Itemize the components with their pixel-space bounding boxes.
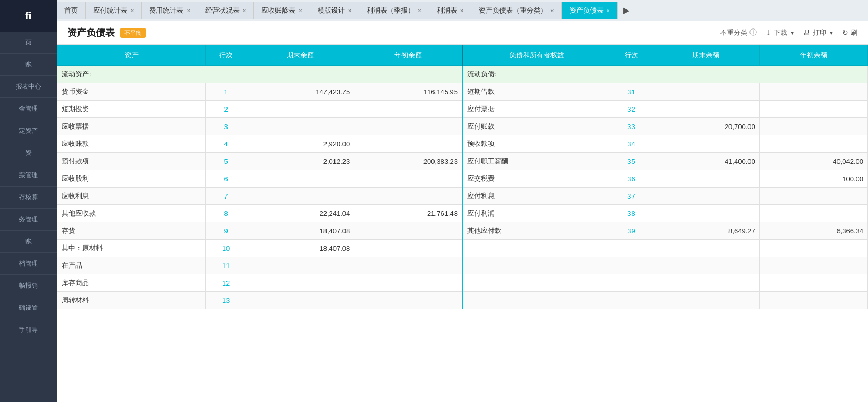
right-year-4[interactable]	[760, 135, 867, 153]
right-label-5[interactable]: 应付职工薪酬	[462, 153, 611, 170]
left-label-3[interactable]: 应收票据	[57, 118, 206, 135]
right-label-10[interactable]	[462, 240, 611, 257]
left-year-5[interactable]: 200,383.23	[354, 153, 462, 170]
right-label-4[interactable]: 预收款项	[462, 135, 611, 153]
left-year-7[interactable]	[354, 188, 462, 205]
sidebar-item-guide[interactable]: 手引导	[0, 319, 57, 341]
left-period-3[interactable]	[246, 118, 354, 135]
tab-cost[interactable]: 费用统计表 ×	[142, 2, 198, 19]
sidebar-item-home[interactable]: 页	[0, 32, 57, 54]
right-period-3[interactable]: 20,700.00	[652, 118, 760, 135]
left-year-10[interactable]	[354, 240, 462, 257]
sidebar-item-report[interactable]: 报表中心	[0, 76, 57, 98]
tab-scroll-arrow[interactable]: ▶	[618, 1, 635, 19]
left-period-9[interactable]: 18,407.08	[246, 222, 354, 240]
tab-ar-aging[interactable]: 应收账龄表 ×	[254, 2, 310, 19]
table-container[interactable]: 资产 行次 期末余额 年初余额 负债和所有者权益 行次 期末余额 年初余额 流动…	[57, 45, 868, 402]
sidebar-item-invoice[interactable]: 票管理	[0, 164, 57, 187]
close-icon[interactable]: ×	[460, 7, 463, 14]
close-icon[interactable]: ×	[607, 7, 610, 14]
left-period-7[interactable]	[246, 188, 354, 205]
right-label-9[interactable]: 其他应付款	[462, 222, 611, 240]
left-label-6[interactable]: 应收股利	[57, 170, 206, 188]
download-button[interactable]: ⤓ 下载 ▼	[765, 28, 795, 37]
right-period-13[interactable]	[652, 292, 760, 309]
right-label-6[interactable]: 应交税费	[462, 170, 611, 188]
left-label-9[interactable]: 存货	[57, 222, 206, 240]
sidebar-item-inventory[interactable]: 存核算	[0, 187, 57, 209]
right-year-5[interactable]: 40,042.00	[760, 153, 867, 170]
right-year-2[interactable]	[760, 101, 867, 118]
tab-ap[interactable]: 应付统计表 ×	[86, 2, 142, 19]
right-label-12[interactable]	[462, 274, 611, 292]
left-label-5[interactable]: 预付款项	[57, 153, 206, 170]
sidebar-item-basic[interactable]: 础设置	[0, 297, 57, 319]
print-button[interactable]: 🖶 打印 ▼	[803, 28, 834, 37]
right-period-9[interactable]: 8,649.27	[652, 222, 760, 240]
left-label-8[interactable]: 其他应收款	[57, 205, 206, 222]
left-period-12[interactable]	[246, 274, 354, 292]
right-label-8[interactable]: 应付利润	[462, 205, 611, 222]
tab-profit[interactable]: 利润表 ×	[429, 2, 471, 19]
right-year-7[interactable]	[760, 188, 867, 205]
right-label-2[interactable]: 应付票据	[462, 101, 611, 118]
right-year-10[interactable]	[760, 240, 867, 257]
refresh-button[interactable]: ↻ 刷	[842, 28, 857, 37]
sidebar-item-fixed-assets[interactable]: 定资产	[0, 120, 57, 142]
tab-home[interactable]: 首页	[57, 2, 86, 19]
left-period-11[interactable]	[246, 257, 354, 274]
right-period-4[interactable]	[652, 135, 760, 153]
right-year-12[interactable]	[760, 274, 867, 292]
left-period-5[interactable]: 2,012.23	[246, 153, 354, 170]
right-year-11[interactable]	[760, 257, 867, 274]
left-year-9[interactable]	[354, 222, 462, 240]
sidebar-item-tax[interactable]: 务管理	[0, 209, 57, 231]
tab-bs-reclassify[interactable]: 资产负债表（重分类） ×	[471, 2, 561, 19]
right-period-1[interactable]	[652, 83, 760, 101]
left-period-13[interactable]	[246, 292, 354, 309]
left-period-10[interactable]: 18,407.08	[246, 240, 354, 257]
right-label-13[interactable]	[462, 292, 611, 309]
close-icon[interactable]: ×	[348, 7, 351, 14]
left-year-6[interactable]	[354, 170, 462, 188]
left-label-10[interactable]: 其中：原材料	[57, 240, 206, 257]
left-year-1[interactable]: 116,145.95	[354, 83, 462, 101]
right-period-7[interactable]	[652, 188, 760, 205]
sidebar-item-expense[interactable]: 畅报销	[0, 275, 57, 297]
left-year-4[interactable]	[354, 135, 462, 153]
sidebar-item-capital[interactable]: 资	[0, 142, 57, 164]
left-period-1[interactable]: 147,423.75	[246, 83, 354, 101]
right-label-11[interactable]	[462, 257, 611, 274]
right-year-13[interactable]	[760, 292, 867, 309]
left-year-8[interactable]: 21,761.48	[354, 205, 462, 222]
left-year-3[interactable]	[354, 118, 462, 135]
left-label-1[interactable]: 货币资金	[57, 83, 206, 101]
chevron-down-icon[interactable]: ▼	[790, 30, 795, 36]
chevron-down-icon[interactable]: ▼	[828, 30, 834, 36]
left-period-4[interactable]: 2,920.00	[246, 135, 354, 153]
close-icon[interactable]: ×	[299, 7, 302, 14]
left-period-2[interactable]	[246, 101, 354, 118]
right-label-1[interactable]: 短期借款	[462, 83, 611, 101]
close-icon[interactable]: ×	[243, 7, 246, 14]
left-label-7[interactable]: 应收利息	[57, 188, 206, 205]
right-period-10[interactable]	[652, 240, 760, 257]
left-label-13[interactable]: 周转材料	[57, 292, 206, 309]
sidebar-item-ledger[interactable]: 账	[0, 231, 57, 253]
right-year-6[interactable]: 100.00	[760, 170, 867, 188]
right-period-12[interactable]	[652, 274, 760, 292]
right-label-3[interactable]: 应付账款	[462, 118, 611, 135]
left-period-6[interactable]	[246, 170, 354, 188]
question-icon[interactable]: ⓘ	[749, 28, 757, 37]
left-label-2[interactable]: 短期投资	[57, 101, 206, 118]
left-year-13[interactable]	[354, 292, 462, 309]
right-label-7[interactable]: 应付利息	[462, 188, 611, 205]
sidebar-item-account[interactable]: 账	[0, 54, 57, 76]
close-icon[interactable]: ×	[418, 7, 421, 14]
right-period-8[interactable]	[652, 205, 760, 222]
left-year-2[interactable]	[354, 101, 462, 118]
right-year-3[interactable]	[760, 118, 867, 135]
right-period-6[interactable]	[652, 170, 760, 188]
tab-bs[interactable]: 资产负债表 ×	[562, 2, 618, 19]
tab-profit-q[interactable]: 利润表（季报） ×	[359, 2, 429, 19]
